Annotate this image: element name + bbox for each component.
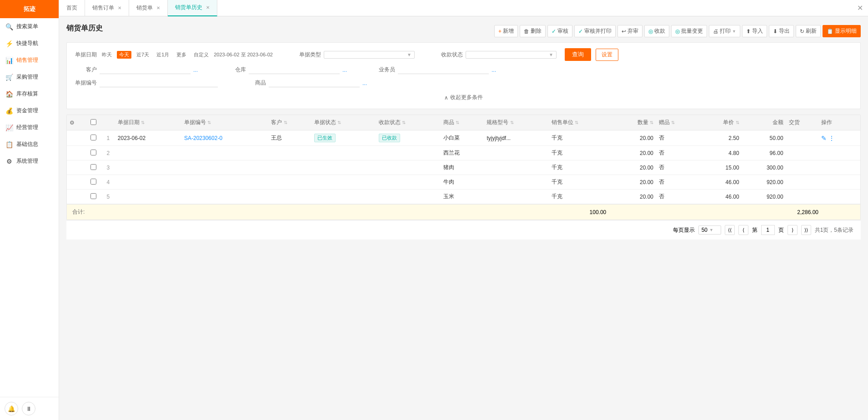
col-price[interactable]: 单价 ⇅ <box>699 115 742 130</box>
collapse-button[interactable]: ∧ 收起更多条件 <box>74 92 853 103</box>
settings-button[interactable]: 设置 <box>596 49 618 61</box>
row-checkbox[interactable] <box>90 164 96 170</box>
close-window-button[interactable]: ✕ <box>855 4 864 13</box>
abandon-button[interactable]: ↩ 弃审 <box>617 25 642 37</box>
col-checkbox[interactable] <box>88 115 101 130</box>
warehouse-filter-group: 仓库 ... <box>223 65 347 74</box>
warehouse-dots[interactable]: ... <box>342 67 347 73</box>
export-button[interactable]: ⬇ 导出 <box>769 25 794 37</box>
tab-sales-history-close[interactable]: ✕ <box>206 5 210 10</box>
more-btn[interactable]: 更多 <box>174 51 189 59</box>
tab-home[interactable]: 首页 <box>59 0 85 16</box>
sidebar-item-finance-mgmt[interactable]: 💰 资金管理 <box>0 102 59 119</box>
next-page-button[interactable]: ⟩ <box>788 225 798 235</box>
col-spec[interactable]: 规格型号 ⇅ <box>484 115 548 130</box>
tab-sales-history[interactable]: 销货单历史 ✕ <box>168 0 217 16</box>
new-button[interactable]: + 新增 <box>494 25 518 37</box>
goods-input[interactable] <box>269 79 360 87</box>
import-button[interactable]: ⬆ 导入 <box>742 25 767 37</box>
show-detail-button[interactable]: 📋 显示明细 <box>823 25 861 37</box>
col-qty[interactable]: 数量 ⇅ <box>613 115 656 130</box>
first-page-button[interactable]: ⟨⟨ <box>725 225 735 235</box>
col-customer[interactable]: 客户 ⇅ <box>268 115 311 130</box>
sidebar-item-sys-mgmt[interactable]: ⚙ 系统管理 <box>0 153 59 170</box>
sidebar-item-sales-mgmt[interactable]: 📊 销售管理 <box>0 52 59 69</box>
row-checkbox-cell[interactable] <box>88 175 101 190</box>
sidebar-item-purchase-mgmt[interactable]: 🛒 采购管理 <box>0 69 59 85</box>
delete-button[interactable]: 🗑 删除 <box>520 25 546 37</box>
row-checkbox-cell[interactable] <box>88 130 101 146</box>
collect-button[interactable]: ◎ 收款 <box>644 25 669 37</box>
row-checkbox-cell[interactable] <box>88 160 101 175</box>
more-action-icon[interactable]: ⋮ <box>828 135 835 142</box>
query-button[interactable]: 查询 <box>565 48 591 61</box>
col-goods[interactable]: 商品 ⇅ <box>441 115 484 130</box>
filter-row-2: 客户 ... 仓库 ... 业务员 ... <box>74 65 853 74</box>
qty-sort-icon: ⇅ <box>650 120 653 125</box>
select-all-checkbox[interactable] <box>90 119 96 125</box>
tab-sales-order-close[interactable]: ✕ <box>118 5 121 10</box>
customer-input[interactable] <box>100 65 191 74</box>
col-docstatus[interactable]: 单据状态 ⇅ <box>311 115 376 130</box>
page-size-select[interactable]: 50 ▼ <box>698 225 721 235</box>
sidebar-item-ops-mgmt[interactable]: 📈 经营管理 <box>0 119 59 136</box>
tab-sales-goods-close[interactable]: ✕ <box>156 5 160 10</box>
sidebar-item-quick-nav[interactable]: ⚡ 快捷导航 <box>0 35 59 52</box>
print-button[interactable]: 🖨 打印 ▼ <box>709 25 740 37</box>
review-print-button[interactable]: ✓ 审核并打印 <box>574 25 616 37</box>
tab-sales-order[interactable]: 销售订单 ✕ <box>85 0 129 16</box>
col-docno[interactable]: 单据编号 ⇅ <box>181 115 268 130</box>
row-docno[interactable] <box>181 190 268 204</box>
customer-dots[interactable]: ... <box>193 67 198 73</box>
goods-dots[interactable]: ... <box>362 80 367 86</box>
sidebar-item-basic-info[interactable]: 📋 基础信息 <box>0 136 59 153</box>
month-btn[interactable]: 近1月 <box>154 51 171 59</box>
row-gift: 否 <box>656 160 699 175</box>
row-docno[interactable] <box>181 146 268 160</box>
row-checkbox[interactable] <box>90 193 96 199</box>
week-btn[interactable]: 近7天 <box>134 51 151 59</box>
refresh-button[interactable]: ↻ 刷新 <box>796 25 821 37</box>
custom-btn[interactable]: 自定义 <box>191 51 211 59</box>
sidebar-item-search-menu[interactable]: 🔍 搜索菜单 <box>0 18 59 35</box>
row-unit: 千克 <box>549 190 613 204</box>
print-label: 打印 <box>720 27 731 35</box>
row-goods: 小白菜 <box>441 130 484 146</box>
warehouse-input[interactable] <box>249 65 340 74</box>
purchase-icon: 🛒 <box>5 74 13 81</box>
prev-page-button[interactable]: ⟨ <box>738 225 748 235</box>
staff-dots[interactable]: ... <box>492 67 496 73</box>
row-docno[interactable]: SA-20230602-0 <box>181 130 268 146</box>
row-checkbox[interactable] <box>90 150 96 155</box>
tab-sales-goods[interactable]: 销货单 ✕ <box>129 0 168 16</box>
docno-input[interactable] <box>100 79 218 87</box>
doc-type-select[interactable]: ▼ <box>324 51 415 59</box>
row-checkbox-cell[interactable] <box>88 146 101 160</box>
edit-action-icon[interactable]: ✎ <box>821 135 827 142</box>
row-docno[interactable] <box>181 160 268 175</box>
row-checkbox[interactable] <box>90 179 96 185</box>
review-button[interactable]: ✓ 审核 <box>547 25 572 37</box>
col-gear[interactable]: ⚙ <box>67 115 88 130</box>
customer-filter-group: 客户 ... <box>74 65 198 74</box>
pay-status-select[interactable]: ▼ <box>466 51 557 59</box>
col-date[interactable]: 单据日期 ⇅ <box>115 115 181 130</box>
page-number-input[interactable] <box>761 225 775 235</box>
col-paystatus[interactable]: 收款状态 ⇅ <box>376 115 441 130</box>
col-unit[interactable]: 销售单位 ⇅ <box>549 115 613 130</box>
notification-button[interactable]: 🔔 <box>5 402 18 415</box>
today-btn[interactable]: 今天 <box>117 51 131 59</box>
table-footer: 合计: 100.00 2,286.00 <box>67 204 860 220</box>
sidebar-item-inventory-calc[interactable]: 🏠 库存核算 <box>0 85 59 102</box>
last-page-button[interactable]: ⟩⟩ <box>801 225 811 235</box>
yesterday-btn[interactable]: 昨天 <box>100 51 114 59</box>
row-amount: 920.00 <box>742 175 786 190</box>
row-checkbox-cell[interactable] <box>88 190 101 204</box>
col-gift[interactable]: 赠品 ⇅ <box>656 115 699 130</box>
pause-button[interactable]: ⏸ <box>22 402 35 415</box>
batch-change-button[interactable]: ◎ 批量变更 <box>671 25 707 37</box>
row-checkbox[interactable] <box>90 135 96 140</box>
row-docno[interactable] <box>181 175 268 190</box>
row-price: 15.00 <box>699 160 742 175</box>
staff-input[interactable] <box>398 65 489 74</box>
